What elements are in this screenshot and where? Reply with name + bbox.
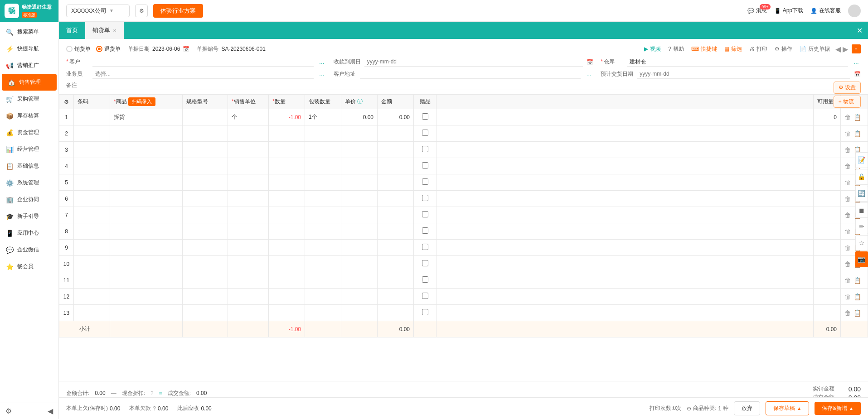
salesperson-input[interactable] <box>92 69 314 79</box>
row-amount[interactable] <box>378 272 414 289</box>
app-download-button[interactable]: 📱 App下载 <box>774 7 803 14</box>
customer-address-input[interactable] <box>360 69 581 79</box>
float-edit-btn[interactable]: ✏ <box>855 219 868 234</box>
row-unit-price[interactable] <box>341 289 378 305</box>
gift-checkbox[interactable] <box>422 293 428 299</box>
delete-icon[interactable]: 🗑 <box>844 309 851 317</box>
row-barcode[interactable] <box>74 240 110 256</box>
row-amount[interactable] <box>378 256 414 272</box>
delete-icon[interactable]: 🗑 <box>844 114 851 121</box>
sidebar-item-search[interactable]: 🔍 搜索菜单 <box>0 24 58 40</box>
delete-icon[interactable]: 🗑 <box>844 228 851 235</box>
gift-checkbox[interactable] <box>422 276 428 283</box>
row-amount[interactable] <box>378 223 414 240</box>
float-qr-btn[interactable]: ◼ <box>855 202 868 218</box>
row-unit[interactable] <box>228 240 269 256</box>
row-unit[interactable] <box>228 174 269 191</box>
copy-icon[interactable]: 📋 <box>853 130 861 137</box>
row-pack-qty[interactable] <box>305 223 341 240</box>
payment-due-calendar-icon[interactable]: 📅 <box>587 59 593 65</box>
row-pack-qty[interactable]: 1个 <box>305 109 341 125</box>
row-barcode[interactable] <box>74 223 110 240</box>
row-spec[interactable] <box>183 305 228 321</box>
sidebar-item-base-info[interactable]: 📋 基础信息 <box>0 158 58 174</box>
shortcut-btn[interactable]: ⌨ 快捷键 <box>689 45 719 53</box>
row-quantity[interactable] <box>269 223 305 240</box>
gift-checkbox[interactable] <box>422 309 428 315</box>
row-unit[interactable] <box>228 125 269 142</box>
row-unit-price[interactable] <box>341 305 378 321</box>
sidebar-item-finance[interactable]: 💰 资金管理 <box>0 124 58 141</box>
row-product[interactable] <box>110 142 183 158</box>
radio-sales-order[interactable]: 销货单 <box>66 45 91 53</box>
row-quantity[interactable] <box>269 207 305 223</box>
delete-icon[interactable]: 🗑 <box>844 293 851 300</box>
save-draft-button[interactable]: 保存草稿 ▲ <box>766 401 809 415</box>
row-pack-qty[interactable] <box>305 191 341 207</box>
sidebar-item-membership[interactable]: ⭐ 畅会员 <box>0 258 58 275</box>
row-product[interactable]: 拆货 <box>110 109 183 125</box>
row-barcode[interactable] <box>74 191 110 207</box>
copy-icon[interactable]: 📋 <box>853 309 861 317</box>
row-barcode[interactable] <box>74 142 110 158</box>
row-quantity[interactable]: -1.00 <box>269 109 305 125</box>
row-amount[interactable] <box>378 305 414 321</box>
row-barcode[interactable] <box>74 256 110 272</box>
row-spec[interactable] <box>183 256 228 272</box>
customer-address-dots-btn[interactable]: … <box>584 71 593 77</box>
row-quantity[interactable] <box>269 289 305 305</box>
row-product[interactable] <box>110 207 183 223</box>
delete-icon[interactable]: 🗑 <box>844 130 851 137</box>
float-refresh-btn[interactable]: 🔄 <box>855 186 868 202</box>
gift-checkbox[interactable] <box>422 227 428 234</box>
overdue-help-icon[interactable]: ? <box>153 405 156 412</box>
warehouse-input[interactable] <box>627 57 848 67</box>
filter-btn[interactable]: ▤ 筛选 <box>723 45 744 53</box>
row-unit[interactable] <box>228 191 269 207</box>
online-service-button[interactable]: 👤 在线客服 <box>810 7 841 14</box>
delete-icon[interactable]: 🗑 <box>844 179 851 186</box>
customer-input[interactable] <box>92 57 314 67</box>
sidebar-item-purchase[interactable]: 🛒 采购管理 <box>0 91 58 107</box>
row-unit-price[interactable] <box>341 240 378 256</box>
payment-due-input[interactable] <box>364 57 583 67</box>
history-btn[interactable]: 📄 历史单据 <box>798 45 832 53</box>
row-amount[interactable] <box>378 125 414 142</box>
date-calendar-icon[interactable]: 📅 <box>183 46 189 52</box>
row-pack-qty[interactable] <box>305 272 341 289</box>
row-unit-price[interactable] <box>341 223 378 240</box>
row-product[interactable] <box>110 223 183 240</box>
expected-delivery-input[interactable] <box>637 69 850 79</box>
row-unit-price[interactable] <box>341 158 378 174</box>
sidebar-item-quick-nav[interactable]: ⚡ 快捷导航 <box>0 40 58 57</box>
row-quantity[interactable] <box>269 142 305 158</box>
discount-help-icon[interactable]: ? <box>150 390 154 396</box>
user-avatar[interactable] <box>848 5 861 17</box>
tab-close-all-icon[interactable]: ✕ <box>857 26 863 35</box>
save-new-button[interactable]: 保存&新增 ▲ <box>815 402 861 415</box>
gift-checkbox[interactable] <box>422 211 428 217</box>
row-product[interactable] <box>110 125 183 142</box>
row-amount[interactable] <box>378 158 414 174</box>
abandon-button[interactable]: 放弃 <box>734 401 760 415</box>
sidebar-item-operations[interactable]: 📊 经营管理 <box>0 141 58 158</box>
row-unit[interactable] <box>228 272 269 289</box>
scan-barcode-btn[interactable]: 扫码录入 <box>128 97 155 106</box>
row-spec[interactable] <box>183 125 228 142</box>
gift-checkbox[interactable] <box>422 260 428 266</box>
sidebar-item-app-center[interactable]: 📱 应用中心 <box>0 225 58 241</box>
notes-input[interactable] <box>92 81 861 90</box>
row-barcode[interactable] <box>74 289 110 305</box>
row-spec[interactable] <box>183 191 228 207</box>
row-unit-price[interactable] <box>341 256 378 272</box>
row-pack-qty[interactable] <box>305 305 341 321</box>
row-spec[interactable] <box>183 158 228 174</box>
row-pack-qty[interactable] <box>305 174 341 191</box>
row-product[interactable] <box>110 174 183 191</box>
row-quantity[interactable] <box>269 256 305 272</box>
gift-checkbox[interactable] <box>422 178 428 185</box>
help-btn[interactable]: ? 帮助 <box>666 45 686 53</box>
row-amount[interactable] <box>378 174 414 191</box>
gift-checkbox[interactable] <box>422 244 428 250</box>
row-unit-price[interactable]: 0.00 <box>341 109 378 125</box>
